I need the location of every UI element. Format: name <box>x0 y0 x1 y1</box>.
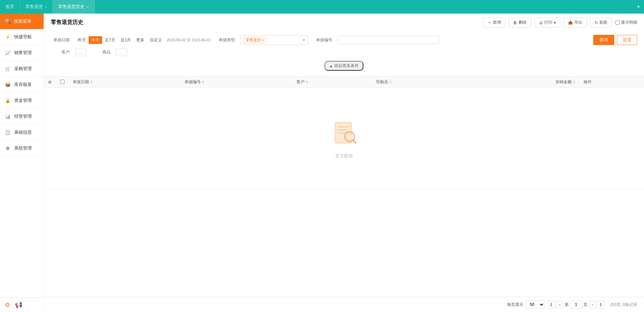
date-filter-label: 单据日期 <box>51 37 70 43</box>
refresh-button[interactable]: ↻ 刷新 <box>590 18 612 27</box>
sidebar-item-sales-mgmt[interactable]: 📈 销售管理 <box>0 45 44 61</box>
basic-info-icon: 📋 <box>5 129 11 135</box>
col-date-label: 单据日期 <box>73 79 89 85</box>
goods-label: 商品 <box>92 49 111 55</box>
date-btn-more[interactable]: 更多 <box>134 36 147 44</box>
col-settings[interactable]: ⚙ <box>44 76 56 88</box>
setting-button[interactable]: 设置 <box>617 35 637 45</box>
table-header: ⚙ 单据日期 ⇅ 单据编号 <box>44 76 644 88</box>
tab-home-label: 首页 <box>5 4 14 10</box>
col-number-sort-icon[interactable]: ⇅ <box>202 80 205 84</box>
export-button[interactable]: 📤 导出 <box>564 18 587 27</box>
display-detail-input[interactable] <box>615 20 620 25</box>
page-first-button[interactable]: ⟪ <box>547 301 555 308</box>
search-menu-button[interactable]: 🔍 搜索菜单 <box>0 14 44 29</box>
date-btn-yesterday[interactable]: 昨天 <box>75 36 89 44</box>
print-arrow-icon: ▾ <box>554 20 556 25</box>
col-action-label: 操作 <box>583 80 592 84</box>
print-button[interactable]: 🖨 打印 ▾ <box>534 18 560 27</box>
refresh-icon: ↻ <box>595 20 598 25</box>
new-icon: ＋ <box>487 20 492 25</box>
settings-gear-icon[interactable]: ⚙ <box>5 301 10 309</box>
tab-retail-return-history[interactable]: 零售退货历史 × <box>53 0 94 14</box>
goods-select-button[interactable]: ... <box>116 48 127 56</box>
empty-icon <box>329 118 359 148</box>
sidebar-item-operations[interactable]: 📊 经营管理 <box>0 109 44 125</box>
col-number-label: 单据编号 <box>185 79 201 85</box>
display-detail-checkbox[interactable]: 显示明细 <box>615 20 637 25</box>
page-header: 零售退货历史 ＋ 新增 🗑 删除 🖨 打印 ▾ <box>44 14 644 76</box>
search-icon: 🔍 <box>5 18 11 24</box>
purchase-icon: 🛒 <box>5 66 11 72</box>
svg-line-6 <box>353 140 356 143</box>
content-area: 零售退货历史 ＋ 新增 🗑 删除 🖨 打印 ▾ <box>44 14 644 312</box>
col-date-sort-icon[interactable]: ⇅ <box>90 80 93 84</box>
sidebar-item-finance[interactable]: 🔒 资金管理 <box>0 93 44 109</box>
total-info: 共0页, 0条记录 <box>610 302 637 308</box>
page-unit: 页 <box>583 302 588 308</box>
collapse-label: 收起更多条件 <box>334 63 359 69</box>
voucher-type-tag: 零售退货 × <box>243 37 266 43</box>
per-page-select[interactable]: 20 50 100 <box>526 300 545 309</box>
col-number: 单据编号 ⇅ <box>181 76 292 88</box>
page-prev-button[interactable]: ‹ <box>556 301 563 308</box>
page-last-button[interactable]: ⟫ <box>597 301 605 308</box>
date-btn-7days[interactable]: 近7天 <box>102 36 118 44</box>
col-customer-label: 客户 <box>296 79 305 85</box>
date-filter: 昨天 今天 近7天 近1月 更多 自定义 2023-06-02 至 2023-0… <box>75 36 211 44</box>
export-label: 导出 <box>574 20 582 25</box>
voucher-type-select[interactable]: 零售退货 × ▾ <box>240 35 308 45</box>
sidebar-item-inventory[interactable]: 📦 库存核算 <box>0 77 44 93</box>
tab-home[interactable]: 首页 <box>0 0 20 14</box>
window-close-button[interactable]: × <box>637 4 644 10</box>
sidebar: 🔍 搜索菜单 ⚡ 快捷导航 📈 销售管理 🛒 采购管理 📦 库存核算 🔒 资金管… <box>0 14 44 312</box>
customer-select-button[interactable]: ... <box>75 48 86 56</box>
new-label: 新增 <box>493 20 501 25</box>
sidebar-item-basic-info[interactable]: 📋 基础信息 <box>0 125 44 140</box>
export-icon: 📤 <box>568 20 573 25</box>
tab-retail-return[interactable]: 零售退货 × <box>20 0 53 14</box>
operations-icon: 📊 <box>5 113 11 119</box>
col-amount-label: 实销金额 <box>555 79 572 85</box>
sidebar-item-quick-nav[interactable]: ⚡ 快捷导航 <box>0 29 44 45</box>
sidebar-item-purchase-mgmt[interactable]: 🛒 采购管理 <box>0 61 44 77</box>
new-button[interactable]: ＋ 新增 <box>483 18 505 27</box>
col-customer-sort-icon[interactable]: ⇅ <box>306 80 308 84</box>
sales-icon: 📈 <box>5 50 11 56</box>
date-btn-today[interactable]: 今天 <box>89 36 102 44</box>
col-guide-sort-icon[interactable]: ⇅ <box>389 80 392 84</box>
sidebar-item-quick-nav-label: 快捷导航 <box>14 34 32 40</box>
print-label: 打印 <box>544 20 552 25</box>
table-header-row: ⚙ 单据日期 ⇅ 单据编号 <box>44 76 644 88</box>
quick-nav-icon: ⚡ <box>5 34 11 40</box>
refresh-label: 刷新 <box>599 20 607 25</box>
inventory-icon: 📦 <box>5 82 11 88</box>
col-checkbox[interactable] <box>56 76 69 88</box>
data-table: ⚙ 单据日期 ⇅ 单据编号 <box>44 76 644 189</box>
delete-button[interactable]: 🗑 删除 <box>509 18 531 27</box>
voucher-number-input[interactable] <box>338 36 439 44</box>
col-amount-sort-icon[interactable]: ⇅ <box>573 80 575 84</box>
sidebar-item-inventory-label: 库存核算 <box>14 82 32 88</box>
date-btn-custom[interactable]: 自定义 <box>147 36 165 44</box>
page-title: 零售退货历史 <box>51 19 83 26</box>
pagination: 每页显示 20 50 100 ⟪ ‹ 第 页 › ⟫ 共0页, 0条记录 <box>44 297 644 312</box>
print-icon: 🖨 <box>539 20 543 25</box>
query-button[interactable]: 查询 <box>593 35 614 45</box>
date-btn-1month[interactable]: 近1月 <box>118 36 134 44</box>
select-all-checkbox[interactable] <box>60 80 65 84</box>
sidebar-item-finance-label: 资金管理 <box>14 97 32 104</box>
page-input[interactable] <box>570 301 582 308</box>
voucher-type-tag-close[interactable]: × <box>262 38 264 42</box>
sidebar-item-system-mgmt[interactable]: ⚙ 系统管理 <box>0 140 44 156</box>
tab-retail-return-close[interactable]: × <box>45 5 47 9</box>
speaker-icon[interactable]: 📢 <box>15 301 22 309</box>
date-range-display: 2023-06-02 至 2023-06-02 <box>167 38 211 43</box>
page-next-button[interactable]: › <box>589 301 596 308</box>
tab-retail-return-history-close[interactable]: × <box>87 5 89 9</box>
sidebar-item-basic-info-label: 基础信息 <box>14 129 32 135</box>
voucher-type-arrow-icon: ▾ <box>303 38 305 42</box>
collapse-button[interactable]: ▲ 收起更多条件 <box>325 61 364 71</box>
per-page-label: 每页显示 <box>507 302 523 308</box>
delete-icon: 🗑 <box>513 20 517 25</box>
